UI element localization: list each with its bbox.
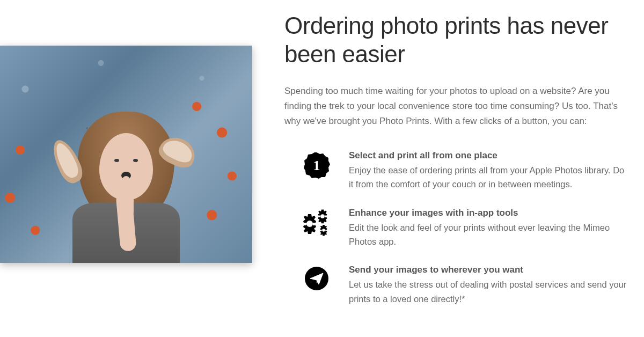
feature-title: Enhance your images with in-app tools — [349, 208, 629, 218]
svg-text:1: 1 — [313, 158, 320, 173]
content-column: Ordering photo prints has never been eas… — [263, 0, 644, 337]
page-heading: Ordering photo prints has never been eas… — [284, 12, 629, 69]
send-icon — [304, 266, 330, 291]
intro-paragraph: Spending too much time waiting for your … — [284, 84, 629, 129]
feature-item: Send your images to wherever you want Le… — [284, 265, 629, 306]
feature-item: 1 Select and print all from one place En… — [284, 150, 629, 192]
gears-icon — [301, 209, 332, 237]
feature-title: Select and print all from one place — [349, 150, 629, 161]
feature-description: Let us take the stress out of dealing wi… — [349, 277, 629, 306]
feature-description: Enjoy the ease of ordering prints all fr… — [349, 163, 629, 192]
feature-title: Send your images to wherever you want — [349, 265, 629, 275]
page-layout: Ordering photo prints has never been eas… — [0, 0, 644, 337]
badge-one-icon: 1 — [303, 151, 331, 179]
hero-photo — [0, 46, 252, 263]
svg-point-2 — [320, 214, 325, 218]
feature-item: Enhance your images with in-app tools Ed… — [284, 208, 629, 249]
feature-description: Edit the look and feel of your prints wi… — [349, 221, 629, 249]
svg-point-3 — [322, 229, 325, 232]
svg-point-1 — [306, 221, 313, 227]
hero-image-column — [0, 0, 263, 337]
